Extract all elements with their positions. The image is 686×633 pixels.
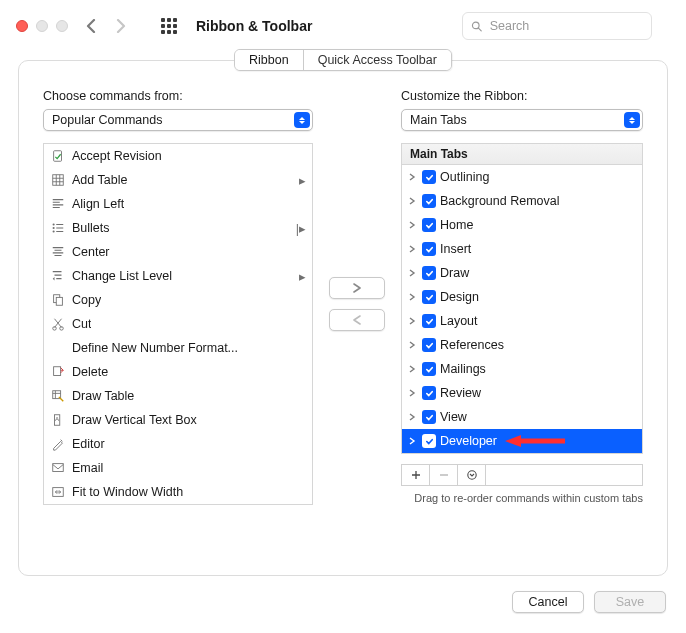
- disclosure-icon[interactable]: [406, 219, 418, 231]
- minimize-window-button[interactable]: [36, 20, 48, 32]
- command-item[interactable]: Center: [44, 240, 312, 264]
- command-item[interactable]: Cut: [44, 312, 312, 336]
- ribbon-tab-item[interactable]: Mailings: [402, 357, 642, 381]
- ribbon-tab-label: Draw: [440, 266, 469, 280]
- tab-quick-access-toolbar[interactable]: Quick Access Toolbar: [304, 50, 451, 70]
- disclosure-icon[interactable]: [406, 435, 418, 447]
- ribbon-tab-item[interactable]: Layout: [402, 309, 642, 333]
- remove-tab-button[interactable]: [430, 465, 458, 485]
- ribbon-tab-item[interactable]: References: [402, 333, 642, 357]
- tab-ribbon[interactable]: Ribbon: [235, 50, 304, 70]
- checkbox[interactable]: [422, 314, 436, 328]
- zoom-window-button[interactable]: [56, 20, 68, 32]
- choose-commands-popup[interactable]: Popular Commands: [43, 109, 313, 131]
- command-item[interactable]: Fit to Window Width: [44, 480, 312, 504]
- svg-point-5: [53, 227, 55, 229]
- disclosure-icon[interactable]: [406, 387, 418, 399]
- popup-arrows-icon: [624, 112, 640, 128]
- ribbon-tabs-listbox[interactable]: Main Tabs Outlining Background Removal H…: [401, 143, 643, 454]
- disclosure-icon[interactable]: [406, 267, 418, 279]
- blank-icon: [50, 340, 66, 356]
- forward-button[interactable]: [110, 15, 132, 37]
- tab-options-button[interactable]: [458, 465, 486, 485]
- ribbon-tab-item[interactable]: View: [402, 405, 642, 429]
- ribbon-tab-label: Home: [440, 218, 473, 232]
- checkbox[interactable]: [422, 338, 436, 352]
- checkbox[interactable]: [422, 170, 436, 184]
- command-item[interactable]: Accept Revision: [44, 144, 312, 168]
- ribbon-tab-item[interactable]: Home: [402, 213, 642, 237]
- disclosure-icon[interactable]: [406, 315, 418, 327]
- command-item[interactable]: Copy: [44, 288, 312, 312]
- command-item[interactable]: Delete: [44, 360, 312, 384]
- disclosure-icon[interactable]: [406, 243, 418, 255]
- command-item[interactable]: Draw Table: [44, 384, 312, 408]
- command-item[interactable]: Define New Number Format...: [44, 336, 312, 360]
- close-window-button[interactable]: [16, 20, 28, 32]
- ribbon-tab-item[interactable]: Background Removal: [402, 189, 642, 213]
- svg-point-4: [53, 223, 55, 225]
- ribbon-tab-item[interactable]: Insert: [402, 237, 642, 261]
- add-tab-button[interactable]: [402, 465, 430, 485]
- svg-rect-8: [56, 297, 62, 305]
- command-label: Change List Level: [72, 269, 172, 283]
- svg-rect-15: [53, 464, 64, 472]
- disclosure-icon[interactable]: [406, 171, 418, 183]
- cut-icon: [50, 316, 66, 332]
- ribbon-tab-item[interactable]: Design: [402, 285, 642, 309]
- ribbon-edit-toolbar: [401, 464, 643, 486]
- command-item[interactable]: Editor: [44, 432, 312, 456]
- checkbox[interactable]: [422, 242, 436, 256]
- command-item[interactable]: A Draw Vertical Text Box: [44, 408, 312, 432]
- copy-icon: [50, 292, 66, 308]
- ribbon-tab-item[interactable]: Developer: [402, 429, 642, 453]
- commands-listbox[interactable]: Accept Revision Add Table ▸ Align Left B…: [43, 143, 313, 505]
- customize-ribbon-popup[interactable]: Main Tabs: [401, 109, 643, 131]
- command-label: Cut: [72, 317, 91, 331]
- checkbox[interactable]: [422, 410, 436, 424]
- accept-revision-icon: [50, 148, 66, 164]
- align-left-icon: [50, 196, 66, 212]
- svg-point-17: [467, 471, 475, 479]
- cancel-button[interactable]: Cancel: [512, 591, 584, 613]
- checkbox[interactable]: [422, 290, 436, 304]
- checkbox[interactable]: [422, 362, 436, 376]
- checkbox[interactable]: [422, 266, 436, 280]
- add-command-button[interactable]: [329, 277, 385, 299]
- checkbox[interactable]: [422, 194, 436, 208]
- command-item[interactable]: Email: [44, 456, 312, 480]
- ribbon-tab-label: Layout: [440, 314, 478, 328]
- customize-ribbon-label: Customize the Ribbon:: [401, 89, 643, 103]
- add-table-icon: [50, 172, 66, 188]
- command-item[interactable]: Change List Level ▸: [44, 264, 312, 288]
- ribbon-tab-label: References: [440, 338, 504, 352]
- command-label: Align Left: [72, 197, 124, 211]
- ribbon-tab-label: Developer: [440, 434, 497, 448]
- editor-icon: [50, 436, 66, 452]
- choose-commands-value: Popular Commands: [52, 113, 162, 127]
- checkbox[interactable]: [422, 218, 436, 232]
- disclosure-icon[interactable]: [406, 339, 418, 351]
- checkbox[interactable]: [422, 386, 436, 400]
- window-title: Ribbon & Toolbar: [196, 18, 312, 34]
- command-item[interactable]: Bullets |▸: [44, 216, 312, 240]
- save-button[interactable]: Save: [594, 591, 666, 613]
- back-button[interactable]: [80, 15, 102, 37]
- ribbon-tab-item[interactable]: Outlining: [402, 165, 642, 189]
- checkbox[interactable]: [422, 434, 436, 448]
- command-label: Delete: [72, 365, 108, 379]
- command-item[interactable]: Align Left: [44, 192, 312, 216]
- command-item[interactable]: Add Table ▸: [44, 168, 312, 192]
- remove-command-button[interactable]: [329, 309, 385, 331]
- disclosure-icon[interactable]: [406, 411, 418, 423]
- show-all-icon[interactable]: [158, 15, 180, 37]
- disclosure-icon[interactable]: [406, 195, 418, 207]
- search-field[interactable]: [462, 12, 652, 40]
- ribbon-tab-label: Insert: [440, 242, 471, 256]
- search-input[interactable]: [488, 18, 643, 34]
- ribbon-tab-item[interactable]: Draw: [402, 261, 642, 285]
- ribbon-tab-item[interactable]: Review: [402, 381, 642, 405]
- ribbon-tab-label: Outlining: [440, 170, 489, 184]
- disclosure-icon[interactable]: [406, 291, 418, 303]
- disclosure-icon[interactable]: [406, 363, 418, 375]
